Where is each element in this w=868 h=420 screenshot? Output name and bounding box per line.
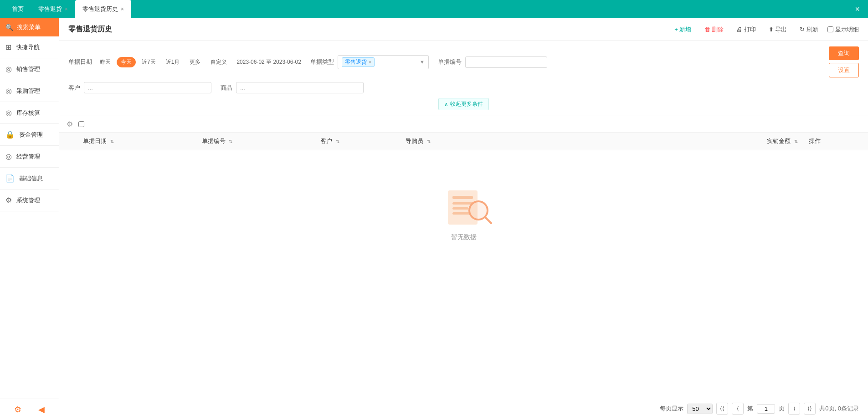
content-area: 零售退货历史 + 新增 🗑 删除 🖨 打印 ⬆ 导出 ↻ 刷新 显示明细 单据日…	[59, 18, 868, 420]
tab-retail-return[interactable]: 零售退货 ×	[31, 0, 75, 18]
tab-retail-return-close[interactable]: ×	[65, 6, 68, 12]
prev-page-button[interactable]: ⟨	[732, 403, 744, 415]
sidebar-item-finance[interactable]: 🔒 资金管理	[0, 124, 59, 146]
type-tag-close[interactable]: ×	[369, 59, 371, 65]
th-customer-sort-icon: ⇅	[336, 139, 339, 144]
sidebar-item-basic-info[interactable]: 📄 基础信息	[0, 168, 59, 190]
sidebar-search[interactable]: 🔍 搜索菜单	[0, 18, 59, 36]
th-customer[interactable]: 客户 ⇅	[315, 133, 400, 150]
voucher-filter-label: 单据编号	[438, 58, 462, 66]
sidebar-item-inventory[interactable]: ◎ 库存核算	[0, 102, 59, 124]
sidebar-item-purchase-mgmt[interactable]: ◎ 采购管理	[0, 80, 59, 102]
sidebar-item-quick-nav[interactable]: ⊞ 快捷导航	[0, 36, 59, 58]
svg-rect-1	[452, 196, 473, 199]
print-button[interactable]: 🖨 打印	[733, 24, 760, 36]
date-btn-yesterday[interactable]: 昨天	[96, 57, 115, 67]
search-icon: 🔍	[5, 24, 13, 31]
type-select[interactable]: 零售退货 × ▼	[338, 55, 429, 69]
date-btn-today[interactable]: 今天	[117, 57, 136, 67]
th-guide[interactable]: 导购员 ⇅	[400, 133, 502, 150]
export-button[interactable]: ⬆ 导出	[765, 24, 791, 36]
goods-select[interactable]: ...	[236, 82, 364, 93]
th-guide-sort-icon: ⇅	[427, 139, 431, 144]
tab-retail-return-history-close[interactable]: ×	[121, 6, 124, 12]
page-unit: 页	[779, 405, 785, 413]
tab-retail-return-history[interactable]: 零售退货历史 ×	[75, 0, 131, 18]
purchase-icon: ◎	[5, 87, 12, 95]
refresh-button[interactable]: ↻ 刷新	[796, 24, 822, 36]
date-btn-7days[interactable]: 近7天	[138, 57, 160, 67]
th-date-sort-icon: ⇅	[110, 139, 114, 144]
per-page-select[interactable]: 50 10 20 100	[687, 404, 713, 414]
customer-filter-label: 客户	[68, 84, 80, 92]
table-settings-icon[interactable]: ⚙	[67, 120, 73, 128]
collapse-button[interactable]: ∧ 收起更多条件	[438, 98, 489, 110]
svg-rect-3	[452, 207, 468, 210]
window-close-button[interactable]: ×	[851, 5, 863, 14]
empty-state-cell: 暂无数据	[59, 150, 868, 278]
th-spacer	[502, 133, 684, 150]
show-detail-checkbox[interactable]	[827, 26, 833, 32]
type-tag: 零售退货 ×	[342, 57, 375, 67]
sidebar: 🔍 搜索菜单 ⊞ 快捷导航 ◎ 销售管理 ◎ 采购管理 ◎ 库存核算 🔒 资金管…	[0, 18, 59, 420]
date-btn-custom[interactable]: 自定义	[206, 57, 231, 67]
th-number[interactable]: 单据编号 ⇅	[196, 133, 315, 150]
data-table: 单据日期 ⇅ 单据编号 ⇅ 客户 ⇅ 导购员 ⇅	[59, 133, 868, 278]
date-filter-label: 单据日期	[68, 58, 92, 66]
total-info: 共0页, 0条记录	[819, 405, 859, 413]
page-actions: + 新增 🗑 删除 🖨 打印 ⬆ 导出 ↻ 刷新 显示明细	[671, 24, 859, 36]
sidebar-settings-icon[interactable]: ⚙	[14, 405, 21, 415]
svg-line-6	[485, 217, 491, 223]
query-button[interactable]: 查询	[829, 46, 859, 60]
page-title: 零售退货历史	[68, 25, 112, 34]
tab-home[interactable]: 首页	[5, 5, 31, 13]
delete-button[interactable]: 🗑 删除	[701, 24, 728, 36]
voucher-input[interactable]	[465, 56, 547, 68]
sidebar-item-sales-mgmt[interactable]: ◎ 销售管理	[0, 58, 59, 80]
sys-mgmt-icon: ⚙	[5, 196, 12, 205]
collapse-label: 收起更多条件	[450, 100, 483, 108]
select-all-checkbox[interactable]	[78, 121, 84, 127]
date-filter-buttons: 昨天 今天 近7天 近1月 更多 自定义	[96, 57, 231, 67]
date-range-display: 2023-06-02 至 2023-06-02	[236, 58, 301, 66]
date-btn-more[interactable]: 更多	[185, 57, 205, 67]
customer-filter: 客户 ...	[68, 82, 211, 93]
top-bar-right: ×	[851, 5, 863, 14]
table-container: ⚙ 单据日期 ⇅ 单据编号 ⇅	[59, 116, 868, 397]
page-label: 第	[747, 405, 753, 413]
type-filter: 单据类型 零售退货 × ▼	[310, 55, 429, 69]
inventory-icon: ◎	[5, 108, 12, 117]
sidebar-item-sys-mgmt[interactable]: ⚙ 系统管理	[0, 190, 59, 211]
customer-select[interactable]: ...	[84, 82, 211, 93]
sidebar-item-sys-mgmt-label: 系统管理	[16, 196, 40, 205]
new-button[interactable]: + 新增	[671, 24, 695, 36]
goods-filter-label: 商品	[221, 84, 232, 92]
filter-row-2: 客户 ... 商品 ...	[68, 82, 859, 93]
type-select-arrow: ▼	[420, 59, 425, 65]
sidebar-item-sales-label: 销售管理	[16, 65, 40, 73]
th-amount[interactable]: 实销金额 ⇅	[684, 133, 803, 150]
pagination: 每页显示 50 10 20 100 ⟨⟨ ⟨ 第 页 ⟩ ⟩⟩ 共0页, 0条记…	[59, 397, 868, 420]
sidebar-collapse-icon[interactable]: ◀	[38, 405, 45, 415]
settings-button[interactable]: 设置	[829, 63, 859, 77]
sidebar-item-operations[interactable]: ◎ 经营管理	[0, 146, 59, 168]
sales-icon: ◎	[5, 65, 12, 73]
next-page-button[interactable]: ⟩	[788, 403, 800, 415]
show-detail-checkbox-label[interactable]: 显示明细	[827, 26, 859, 34]
first-page-button[interactable]: ⟨⟨	[716, 403, 728, 415]
th-date[interactable]: 单据日期 ⇅	[77, 133, 196, 150]
date-filter: 单据日期 昨天 今天 近7天 近1月 更多 自定义 2023-06-02 至 2…	[68, 57, 301, 67]
page-number-input[interactable]	[757, 404, 775, 414]
sidebar-item-purchase-label: 采购管理	[16, 87, 40, 95]
show-detail-label: 显示明细	[835, 26, 859, 34]
empty-svg	[441, 187, 496, 232]
filter-row-1: 单据日期 昨天 今天 近7天 近1月 更多 自定义 2023-06-02 至 2…	[68, 46, 859, 77]
svg-rect-4	[452, 212, 471, 215]
sidebar-bottom: ⚙ ◀	[0, 399, 59, 420]
page-header: 零售退货历史 + 新增 🗑 删除 🖨 打印 ⬆ 导出 ↻ 刷新 显示明细	[59, 18, 868, 41]
date-btn-1month[interactable]: 近1月	[162, 57, 184, 67]
svg-rect-2	[452, 202, 473, 205]
table-header: 单据日期 ⇅ 单据编号 ⇅ 客户 ⇅ 导购员 ⇅	[59, 133, 868, 150]
type-filter-label: 单据类型	[310, 58, 334, 66]
last-page-button[interactable]: ⟩⟩	[804, 403, 816, 415]
